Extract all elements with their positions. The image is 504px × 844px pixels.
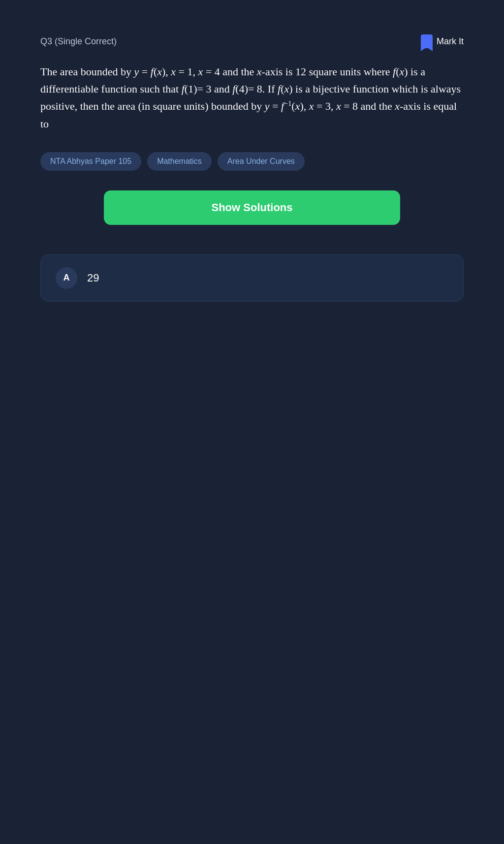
- answer-options: A 29: [40, 254, 464, 302]
- page-container: Q3 (Single Correct) Mark It The area bou…: [31, 20, 473, 324]
- tag-mathematics[interactable]: Mathematics: [147, 152, 212, 171]
- tag-area-label: Area Under Curves: [227, 157, 295, 165]
- option-a-letter: A: [56, 267, 77, 289]
- tags-container: NTA Abhyas Paper 105 Mathematics Area Un…: [40, 152, 464, 171]
- tag-nta-label: NTA Abhyas Paper 105: [50, 157, 131, 165]
- tag-area-under-curves[interactable]: Area Under Curves: [218, 152, 305, 171]
- question-label: Q3 (Single Correct): [40, 36, 117, 47]
- question-body: The area bounded by y = f(x), x = 1, x =…: [40, 63, 464, 132]
- option-a[interactable]: A 29: [40, 254, 464, 302]
- question-header: Q3 (Single Correct) Mark It: [40, 34, 464, 48]
- show-solutions-button[interactable]: Show Solutions: [104, 190, 400, 225]
- tag-nta-abhyas[interactable]: NTA Abhyas Paper 105: [40, 152, 141, 171]
- mark-it-button[interactable]: Mark It: [421, 34, 464, 48]
- bookmark-icon: [421, 34, 433, 48]
- option-a-value: 29: [87, 272, 99, 284]
- mark-it-label: Mark It: [437, 36, 464, 47]
- tag-mathematics-label: Mathematics: [157, 157, 202, 165]
